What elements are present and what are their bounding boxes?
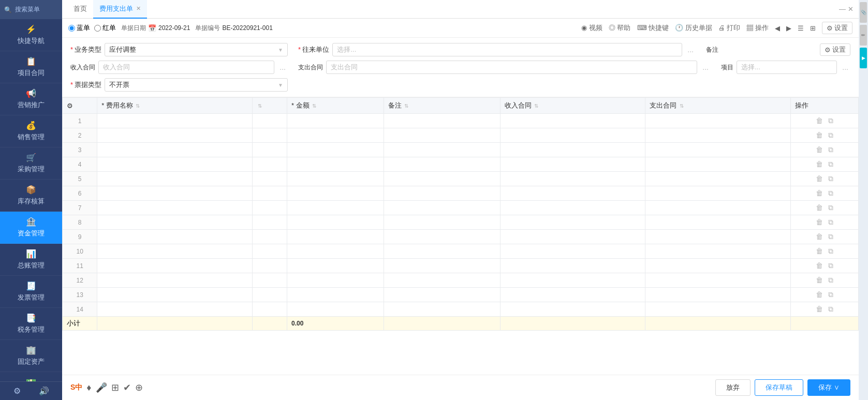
copy-icon-1[interactable]: ⧉ bbox=[828, 116, 833, 125]
operation-btn[interactable]: ▦ 操作 bbox=[746, 23, 769, 33]
save-draft-button[interactable]: 保存草稿 bbox=[755, 379, 803, 396]
cell-expense-7[interactable] bbox=[645, 201, 791, 215]
copy-icon-5[interactable]: ⧉ bbox=[828, 174, 833, 183]
history-btn[interactable]: 🕐 历史单据 bbox=[675, 23, 712, 33]
cell-remark-13[interactable] bbox=[384, 288, 501, 302]
cell-remark-5[interactable] bbox=[384, 172, 501, 186]
sort-icon-3[interactable]: ⇅ bbox=[312, 103, 316, 109]
expense-contract-more[interactable]: ... bbox=[700, 63, 711, 71]
view-list-btn[interactable]: ☰ bbox=[798, 24, 804, 32]
delete-icon-4[interactable]: 🗑 bbox=[816, 160, 823, 168]
cell-remark-2[interactable] bbox=[384, 128, 501, 143]
col-gear-header[interactable]: ⚙ bbox=[63, 98, 97, 114]
grid-icon[interactable]: ⊞ bbox=[111, 382, 119, 393]
cell-remark-11[interactable] bbox=[384, 259, 501, 273]
cell-expense-4[interactable] bbox=[645, 157, 791, 172]
cell-expense-11[interactable] bbox=[645, 259, 791, 273]
cell-name-14[interactable] bbox=[97, 302, 252, 317]
cell-expense-6[interactable] bbox=[645, 186, 791, 201]
check-icon[interactable]: ✔ bbox=[123, 382, 131, 393]
cell-sort-12[interactable] bbox=[252, 273, 287, 288]
copy-icon-12[interactable]: ⧉ bbox=[828, 276, 833, 284]
copy-icon-6[interactable]: ⧉ bbox=[828, 189, 833, 197]
cell-sort-7[interactable] bbox=[252, 201, 287, 215]
cell-income-8[interactable] bbox=[500, 215, 645, 230]
view-grid-btn[interactable]: ⊞ bbox=[810, 24, 816, 32]
cell-income-7[interactable] bbox=[500, 201, 645, 215]
cell-sort-11[interactable] bbox=[252, 259, 287, 273]
expense-contract-input[interactable]: 支出合同 bbox=[326, 61, 697, 74]
cell-name-10[interactable] bbox=[97, 244, 252, 259]
cell-income-14[interactable] bbox=[500, 302, 645, 317]
cell-amount-3[interactable] bbox=[287, 143, 384, 157]
right-panel-active[interactable]: ▶ bbox=[860, 48, 867, 68]
cell-sort-4[interactable] bbox=[252, 157, 287, 172]
cell-name-13[interactable] bbox=[97, 288, 252, 302]
setting-button[interactable]: ⚙ 设置 bbox=[822, 22, 852, 34]
diamond-icon[interactable]: ♦ bbox=[86, 382, 91, 393]
copy-icon-2[interactable]: ⧉ bbox=[828, 131, 833, 139]
sidebar-item-salary[interactable]: 💵工资 bbox=[0, 372, 62, 381]
date-value[interactable]: 2022-09-21 bbox=[158, 24, 190, 32]
cell-sort-5[interactable] bbox=[252, 172, 287, 186]
delete-icon-11[interactable]: 🗑 bbox=[816, 261, 823, 270]
cell-expense-12[interactable] bbox=[645, 273, 791, 288]
settings-icon[interactable]: ⚙ bbox=[13, 386, 21, 396]
copy-icon-9[interactable]: ⧉ bbox=[828, 232, 833, 241]
form-setting-button[interactable]: ⚙ 设置 bbox=[820, 43, 850, 56]
cell-income-10[interactable] bbox=[500, 244, 645, 259]
cell-amount-12[interactable] bbox=[287, 273, 384, 288]
cell-expense-2[interactable] bbox=[645, 128, 791, 143]
sidebar-item-sales[interactable]: 💰销售管理 bbox=[0, 115, 62, 147]
income-contract-more[interactable]: ... bbox=[277, 63, 288, 71]
cell-income-2[interactable] bbox=[500, 128, 645, 143]
red-single-radio[interactable]: 红单 bbox=[94, 23, 116, 33]
cell-sort-1[interactable] bbox=[252, 114, 287, 128]
cell-amount-9[interactable] bbox=[287, 230, 384, 244]
delete-icon-1[interactable]: 🗑 bbox=[816, 116, 823, 125]
sidebar-item-capital[interactable]: 🏦资金管理 bbox=[0, 212, 62, 244]
video-btn[interactable]: ◉ 视频 bbox=[581, 23, 602, 33]
copy-icon-7[interactable]: ⧉ bbox=[828, 203, 833, 212]
sort-icon-6[interactable]: ⇅ bbox=[680, 103, 684, 109]
save-button[interactable]: 保存 ∨ bbox=[807, 379, 850, 396]
cell-amount-10[interactable] bbox=[287, 244, 384, 259]
sidebar-item-accounting[interactable]: 📊总账管理 bbox=[0, 244, 62, 276]
cell-expense-13[interactable] bbox=[645, 288, 791, 302]
cell-sort-6[interactable] bbox=[252, 186, 287, 201]
delete-icon-6[interactable]: 🗑 bbox=[816, 189, 823, 197]
volume-icon[interactable]: 🔊 bbox=[39, 386, 49, 396]
right-panel-edit[interactable]: ✏ bbox=[860, 25, 867, 46]
tab-close-expense[interactable]: ✕ bbox=[136, 5, 141, 12]
counterpart-input[interactable]: 选择... bbox=[332, 43, 682, 56]
sort-icon-4[interactable]: ⇅ bbox=[404, 103, 408, 109]
sidebar-item-invoice[interactable]: 🧾发票管理 bbox=[0, 276, 62, 308]
tab-expense[interactable]: 费用支出单✕ bbox=[93, 0, 147, 19]
delete-icon-12[interactable]: 🗑 bbox=[816, 276, 823, 284]
cell-sort-3[interactable] bbox=[252, 143, 287, 157]
cell-name-8[interactable] bbox=[97, 215, 252, 230]
cell-remark-7[interactable] bbox=[384, 201, 501, 215]
cell-expense-8[interactable] bbox=[645, 215, 791, 230]
window-controls[interactable]: — ✕ bbox=[839, 5, 854, 13]
cell-sort-2[interactable] bbox=[252, 128, 287, 143]
cell-income-4[interactable] bbox=[500, 157, 645, 172]
cell-amount-2[interactable] bbox=[287, 128, 384, 143]
number-value[interactable]: BE-20220921-001 bbox=[222, 24, 272, 32]
cell-name-11[interactable] bbox=[97, 259, 252, 273]
cell-income-6[interactable] bbox=[500, 186, 645, 201]
cell-remark-10[interactable] bbox=[384, 244, 501, 259]
cell-name-1[interactable] bbox=[97, 114, 252, 128]
cell-income-3[interactable] bbox=[500, 143, 645, 157]
shuang-icon[interactable]: S中 bbox=[70, 383, 82, 392]
cell-name-6[interactable] bbox=[97, 186, 252, 201]
cell-sort-9[interactable] bbox=[252, 230, 287, 244]
invoice-type-input[interactable]: 不开票 ▼ bbox=[105, 78, 288, 92]
mic-icon[interactable]: 🎤 bbox=[96, 382, 107, 393]
discard-button[interactable]: 放弃 bbox=[715, 379, 751, 396]
cell-amount-13[interactable] bbox=[287, 288, 384, 302]
sidebar-item-tax[interactable]: 📑税务管理 bbox=[0, 308, 62, 340]
cell-amount-4[interactable] bbox=[287, 157, 384, 172]
cell-remark-9[interactable] bbox=[384, 230, 501, 244]
cell-expense-10[interactable] bbox=[645, 244, 791, 259]
